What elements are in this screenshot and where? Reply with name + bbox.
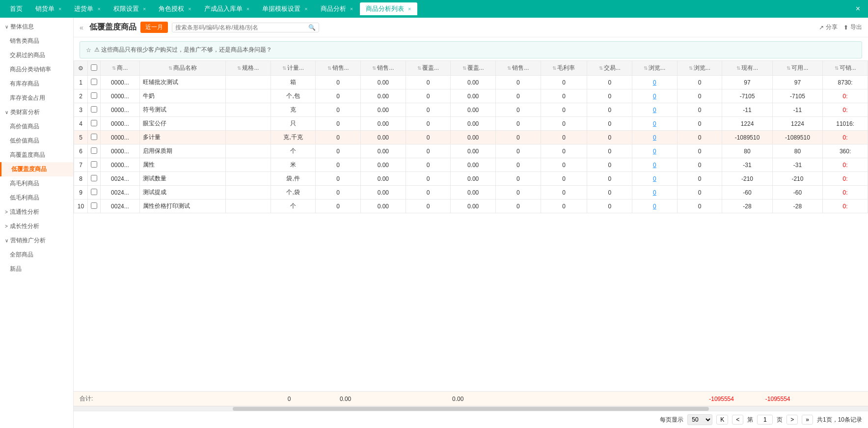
cell-browse1[interactable]: 0 (632, 103, 678, 117)
col-header-unit[interactable]: ⇅ 计量... (271, 61, 316, 76)
sidebar-group-0[interactable]: ∨整体信息 (0, 20, 73, 34)
col-header-trade[interactable]: ⇅ 交易... (587, 61, 632, 76)
sidebar-item-1-4[interactable]: 高毛利商品 (0, 176, 73, 191)
col-header-cover2[interactable]: ⇅ 覆盖... (451, 61, 496, 76)
row-checkbox[interactable] (91, 147, 97, 154)
sidebar-item-0-4[interactable]: 库存资金占用 (0, 91, 73, 105)
col-header-code[interactable]: ⇅ 商... (101, 61, 140, 76)
sidebar-group-4[interactable]: ∨营销推广分析 (0, 233, 73, 248)
cell-browse1[interactable]: 0 (632, 200, 678, 213)
cell-saleable: 0: (823, 103, 868, 117)
row-checkbox[interactable] (91, 106, 97, 113)
cell-name: 眼宝公仔 (139, 117, 225, 131)
nav-item-产成品入库单[interactable]: 产成品入库单 × (198, 2, 255, 15)
cell-spec (226, 172, 271, 186)
cell-checkbox (88, 200, 101, 213)
window-close-icon[interactable]: × (852, 4, 864, 13)
cell-browse1[interactable]: 0 (632, 89, 678, 103)
select-all-checkbox[interactable] (91, 64, 97, 71)
sidebar-item-1-2[interactable]: 高覆盖度商品 (0, 148, 73, 162)
row-checkbox[interactable] (91, 189, 97, 195)
col-header-sales_amt[interactable]: ⇅ 销售... (361, 61, 406, 76)
last-page-button[interactable]: » (802, 415, 813, 425)
horizontal-scrollbar[interactable] (74, 406, 868, 411)
sidebar-item-4-0[interactable]: 全部商品 (0, 248, 73, 262)
sidebar-group-2[interactable]: >流通性分析 (0, 205, 73, 219)
col-header-saleable[interactable]: ⇅ 可销... (823, 61, 868, 76)
cell-current: -11 (722, 103, 772, 117)
col-header-browse1[interactable]: ⇅ 浏览... (632, 61, 678, 76)
row-checkbox[interactable] (91, 161, 97, 168)
cell-browse2: 0 (677, 131, 722, 144)
page-size-select[interactable]: 50 20 100 (687, 414, 712, 425)
sidebar-item-0-3[interactable]: 有库存商品 (0, 77, 73, 91)
nav-close-icon[interactable]: × (58, 6, 61, 12)
cell-browse1[interactable]: 0 (632, 186, 678, 200)
cell-browse2: 0 (677, 144, 722, 158)
nav-close-icon[interactable]: × (97, 6, 100, 12)
col-header-sales2[interactable]: ⇅ 销售... (495, 61, 541, 76)
nav-item-权限设置[interactable]: 权限设置 × (108, 2, 152, 15)
col-header-gross_rate[interactable]: ⇅ 毛利率 (541, 61, 587, 76)
search-input[interactable] (175, 24, 306, 31)
sidebar-item-4-1[interactable]: 新品 (0, 262, 73, 276)
cell-browse1[interactable]: 0 (632, 158, 678, 172)
nav-item-进货单[interactable]: 进货单 × (68, 2, 106, 15)
nav-item-销货单[interactable]: 销货单 × (29, 2, 67, 15)
nav-close-icon[interactable]: × (246, 6, 249, 12)
sidebar-item-0-2[interactable]: 商品分类动销率 (0, 62, 73, 77)
sidebar-item-1-5[interactable]: 低毛利商品 (0, 191, 73, 205)
col-setting-icon[interactable]: ⚙ (78, 65, 83, 72)
date-filter-button[interactable]: 近一月 (140, 22, 168, 33)
cell-browse1[interactable]: 0 (632, 172, 678, 186)
cell-browse1[interactable]: 0 (632, 117, 678, 131)
data-table-container[interactable]: ⚙⇅ 商...⇅ 商品名称⇅ 规格...⇅ 计量...⇅ 销售...⇅ 销售..… (74, 60, 868, 391)
nav-close-icon[interactable]: × (188, 6, 191, 12)
row-checkbox[interactable] (91, 175, 97, 181)
col-header-name[interactable]: ⇅ 商品名称 (139, 61, 225, 76)
first-page-button[interactable]: K (716, 415, 728, 425)
nav-close-icon[interactable]: × (304, 6, 307, 12)
cell-browse1[interactable]: 0 (632, 131, 678, 144)
share-button[interactable]: ↗ 分享 (819, 23, 838, 31)
nav-close-icon[interactable]: × (350, 6, 353, 12)
col-sort-arrows-cover2: ⇅ (462, 65, 466, 71)
cell-no: 9 (74, 186, 88, 200)
sidebar-group-1[interactable]: ∨类财富分析 (0, 105, 73, 119)
nav-item-单据模板设置[interactable]: 单据模板设置 × (256, 2, 313, 15)
sidebar-item-1-1[interactable]: 低价值商品 (0, 134, 73, 148)
nav-item-首页[interactable]: 首页 (4, 2, 28, 15)
nav-close-icon[interactable]: × (143, 6, 146, 12)
cell-trade: 0 (587, 158, 632, 172)
sidebar-item-0-1[interactable]: 交易过的商品 (0, 48, 73, 62)
nav-item-商品分析列表[interactable]: 商品分析列表 × (360, 2, 417, 15)
row-checkbox[interactable] (91, 79, 97, 85)
row-checkbox[interactable] (91, 120, 97, 126)
col-header-spec[interactable]: ⇅ 规格... (226, 61, 271, 76)
row-checkbox[interactable] (91, 92, 97, 99)
sidebar-item-1-0[interactable]: 高价值商品 (0, 119, 73, 134)
nav-item-商品分析[interactable]: 商品分析 × (315, 2, 359, 15)
col-header-cover1[interactable]: ⇅ 覆盖... (406, 61, 451, 76)
sidebar-item-0-0[interactable]: 销售类商品 (0, 34, 73, 48)
cell-browse1[interactable]: 0 (632, 76, 678, 89)
col-header-browse2[interactable]: ⇅ 浏览... (677, 61, 722, 76)
prev-page-button[interactable]: < (732, 415, 743, 425)
col-header-available[interactable]: ⇅ 可用... (772, 61, 822, 76)
cell-browse1[interactable]: 0 (632, 144, 678, 158)
page-number-input[interactable] (757, 415, 773, 425)
col-header-sales_qty[interactable]: ⇅ 销售... (316, 61, 361, 76)
col-header-current[interactable]: ⇅ 现有... (722, 61, 772, 76)
cell-sales2: 0 (495, 200, 541, 213)
next-page-button[interactable]: > (787, 415, 798, 425)
row-checkbox[interactable] (91, 134, 97, 140)
cell-browse2: 0 (677, 76, 722, 89)
nav-close-icon[interactable]: × (408, 6, 411, 12)
sidebar-group-3[interactable]: >成长性分析 (0, 219, 73, 233)
row-checkbox[interactable] (91, 202, 97, 209)
col-sort-arrows-sales2: ⇅ (507, 65, 511, 71)
sidebar-item-1-3[interactable]: 低覆盖度商品 (0, 162, 73, 176)
nav-item-角色授权[interactable]: 角色授权 × (153, 2, 197, 15)
export-button[interactable]: ⬆ 导出 (843, 23, 862, 31)
collapse-sidebar-button[interactable]: « (80, 24, 83, 31)
